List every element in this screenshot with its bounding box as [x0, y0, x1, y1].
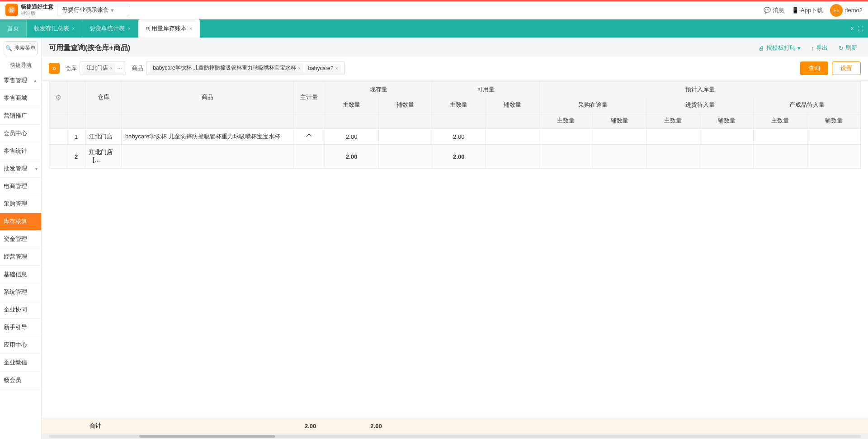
close-all-tabs-icon[interactable]: × [850, 25, 854, 32]
row2-avail-aux [486, 145, 539, 169]
row1-stock-aux [378, 129, 432, 145]
row1-avail-aux [486, 129, 539, 145]
avatar: Ea [830, 4, 843, 17]
print-icon: 🖨 [759, 45, 764, 52]
sidebar-item-finance-mgmt[interactable]: 资金管理 [0, 231, 41, 248]
top-bar-right: 💬 消息 📱 App下载 Ea demo2 [764, 4, 863, 17]
industry-selector[interactable]: 母婴行业演示账套 ▾ [57, 4, 129, 16]
scroll-thumb[interactable] [139, 435, 275, 438]
footer-avail-main: 2.00 [370, 423, 382, 430]
sidebar-item-retail-stats[interactable]: 零售统计 [0, 142, 41, 160]
logo-text: 畅捷通好生意 标准版 [21, 4, 53, 17]
sidebar-item-system-mgmt[interactable]: 系统管理 [0, 283, 41, 301]
message-icon: 💬 [764, 7, 771, 14]
table-row: 1 江北门店 babycare学饮杯 儿童防摔防撞吸管杯重力球吸嘴杯宝宝水杯 个… [49, 129, 861, 145]
footer-row: 合计 2.00 2.00 [49, 422, 861, 430]
sidebar-item-retail-mgmt[interactable]: 零售管理 ▲ [0, 72, 41, 90]
remove-warehouse-icon[interactable]: × [110, 66, 113, 71]
footer-stock-main: 2.00 [305, 423, 316, 430]
sidebar-item-ecommerce-mgmt[interactable]: 电商管理 [0, 178, 41, 195]
print-template-button[interactable]: 🖨 按模板打印 ▾ [755, 42, 804, 54]
sidebar-item-new-guide[interactable]: 新手引导 [0, 319, 41, 336]
row1-ip-aux [700, 129, 754, 145]
col-ip-header: 进货待入量 [646, 97, 754, 113]
row1-gear [49, 129, 67, 145]
settings-button[interactable]: 设置 [832, 61, 861, 75]
refresh-button[interactable]: ↻ 刷新 [835, 42, 861, 54]
row2-product [122, 145, 293, 169]
row1-pp-main [754, 129, 807, 145]
user-account[interactable]: Ea demo2 [830, 4, 863, 17]
close-receive-pay-icon[interactable]: × [72, 26, 75, 31]
table-container[interactable]: ⚙ 仓库 商品 主计量 现存量 可用量 预计入库量 主数量 辅数量 主数量 [42, 81, 868, 418]
query-button[interactable]: 查询 [800, 61, 828, 75]
col-pt-main-sub: 主数量 [539, 113, 593, 129]
content-area: 可用量查询(按仓库+商品) 🖨 按模板打印 ▾ ↑ 导出 ↻ 刷新 [42, 38, 868, 439]
gear-icon[interactable]: ⚙ [55, 94, 61, 101]
app-download-button[interactable]: 📱 App下载 [792, 6, 823, 14]
sidebar-item-enterprise-collab[interactable]: 企业协同 [0, 301, 41, 319]
quick-nav-label[interactable]: 快捷导航 [0, 59, 41, 72]
row1-pt-main [539, 129, 593, 145]
sidebar-item-enterprise-wechat[interactable]: 企业微信 [0, 354, 41, 372]
row2-avail-main: 2.00 [432, 145, 486, 169]
logo-icon: 好 [5, 4, 18, 16]
sidebar-item-business-mgmt[interactable]: 经营管理 [0, 248, 41, 266]
home-tab-label: 首页 [7, 24, 19, 33]
nav-tabs: 首页 收发存汇总表 × 要货单统计表 × 可用量库存账本 × × ⛶ [0, 19, 868, 38]
col-pp-header: 产成品待入量 [754, 97, 861, 113]
search-menu-button[interactable]: 🔍 搜索菜单 [4, 41, 38, 55]
sidebar-item-member-center[interactable]: 会员中心 [0, 125, 41, 142]
col-avail-main-header: 主数量 [432, 97, 486, 113]
product-input[interactable]: babycare学饮杯 儿童防摔防撞吸管杯重力球吸嘴杯宝宝水杯 × babyca… [146, 61, 345, 75]
chevron-icon: ▲ [33, 78, 38, 83]
sidebar-item-stock-check[interactable]: 库存核算 [0, 213, 41, 231]
restore-tabs-icon[interactable]: ⛶ [858, 25, 863, 32]
filter-expand-button[interactable]: » [49, 63, 60, 74]
warehouse-ellipsis[interactable]: ··· [117, 65, 122, 71]
row2-gear [49, 145, 67, 169]
tab-receive-pay[interactable]: 收发存汇总表 × [27, 19, 82, 38]
col-wh-sub [85, 113, 122, 129]
tab-home[interactable]: 首页 [0, 19, 27, 38]
order-stats-label: 要货单统计表 [90, 24, 125, 33]
row1-product: babycare学饮杯 儿童防摔防撞吸管杯重力球吸嘴杯宝宝水杯 [122, 129, 293, 145]
message-button[interactable]: 💬 消息 [764, 6, 784, 14]
export-button[interactable]: ↑ 导出 [808, 42, 832, 54]
export-icon: ↑ [811, 45, 815, 52]
remove-product2-icon[interactable]: × [335, 66, 338, 71]
tab-available-stock[interactable]: 可用量库存账本 × [138, 19, 200, 38]
col-ip-aux-sub: 辅数量 [700, 113, 754, 129]
tab-order-stats[interactable]: 要货单统计表 × [82, 19, 138, 38]
col-warehouse-header: 仓库 [85, 82, 122, 113]
warehouse-input[interactable]: 江北门店 × ··· [80, 61, 126, 75]
horizontal-scrollbar[interactable] [42, 434, 868, 439]
close-order-stats-icon[interactable]: × [127, 26, 130, 31]
sidebar-item-basic-info[interactable]: 基础信息 [0, 266, 41, 283]
refresh-icon: ↻ [839, 45, 844, 52]
col-prod-sub [122, 113, 293, 129]
search-icon: 🔍 [5, 45, 12, 52]
sidebar-item-marketing[interactable]: 营销推广 [0, 107, 41, 125]
sidebar-item-purchase-mgmt[interactable]: 采购管理 [0, 195, 41, 213]
sidebar-item-wholesale-mgmt[interactable]: 批发管理 ▾ [0, 160, 41, 178]
row2-seq: 2 [67, 145, 85, 169]
sidebar-item-vip-member[interactable]: 畅会员 [0, 372, 41, 389]
col-available-header: 可用量 [432, 82, 539, 98]
col-gear-sub [49, 113, 67, 129]
receive-pay-label: 收发存汇总表 [34, 24, 69, 33]
col-current-stock-header: 现存量 [325, 82, 432, 98]
row1-unit: 个 [293, 129, 325, 145]
row1-pt-aux [593, 129, 646, 145]
sidebar: 🔍 搜索菜单 快捷导航 零售管理 ▲ 零售商城 营销推广 会员中心 零售统计 批… [0, 38, 42, 439]
sidebar-item-retail-mall[interactable]: 零售商城 [0, 90, 41, 107]
row1-avail-main: 2.00 [432, 129, 486, 145]
sidebar-item-app-center[interactable]: 应用中心 [0, 336, 41, 354]
close-available-stock-icon[interactable]: × [189, 26, 192, 31]
warehouse-filter: 仓库 江北门店 × ··· [65, 61, 126, 75]
chevron-down-icon: ▾ [111, 7, 114, 14]
row2-ip-main [646, 145, 700, 169]
row1-pp-aux [807, 129, 861, 145]
remove-product1-icon[interactable]: × [298, 66, 301, 71]
footer-total-label: 合计 [90, 422, 101, 430]
